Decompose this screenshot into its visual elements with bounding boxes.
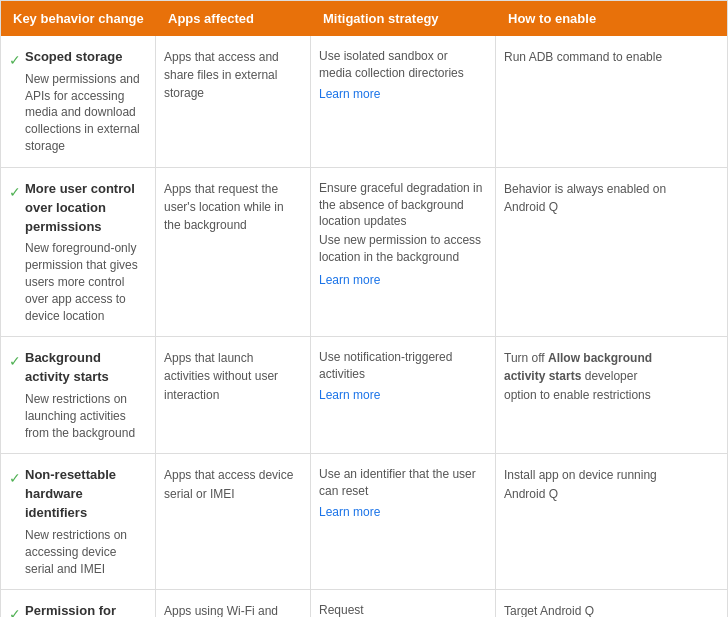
table-row: ✓ More user control over location permis… (1, 168, 727, 338)
how-to-enable-cell: Run ADB command to enable (496, 36, 681, 167)
apps-affected-text: Apps that request the user's location wh… (164, 182, 284, 232)
how-to-enable-cell: Install app on device running Android Q (496, 454, 681, 589)
check-icon: ✓ (9, 182, 21, 202)
mitigation-prefix: Request (319, 603, 364, 617)
mitigation-cell: Use notification-triggered activities Le… (311, 337, 496, 453)
mitigation-text: Use an identifier that the user can rese… (319, 466, 483, 500)
key-desc: New restrictions on accessing device ser… (25, 527, 143, 577)
table-row: ✓ Non-resettable hardware identifiers Ne… (1, 454, 727, 590)
learn-more-link[interactable]: Learn more (319, 387, 380, 404)
learn-more-link[interactable]: Learn more (319, 272, 380, 289)
how-to-enable-cell: Behavior is always enabled on Android Q (496, 168, 681, 337)
key-behavior-cell: ✓ Non-resettable hardware identifiers Ne… (1, 454, 156, 589)
learn-more-link[interactable]: Learn more (319, 504, 380, 521)
key-title: Background activity starts (25, 349, 143, 387)
key-behavior-cell: ✓ More user control over location permis… (1, 168, 156, 337)
key-content: Permission for wireless scanning Access … (25, 602, 143, 617)
how-to-enable-text: Target Android Q (504, 604, 594, 617)
table-row: ✓ Permission for wireless scanning Acces… (1, 590, 727, 617)
apps-affected-cell: Apps that access device serial or IMEI (156, 454, 311, 589)
mitigation-cell: Ensure graceful degradation in the absen… (311, 168, 496, 337)
how-to-enable-cell: Turn off Allow background activity start… (496, 337, 681, 453)
how-to-enable-text: Behavior is always enabled on Android Q (504, 182, 666, 214)
key-behavior-cell: ✓ Permission for wireless scanning Acces… (1, 590, 156, 617)
apps-affected-cell: Apps that access and share files in exte… (156, 36, 311, 167)
apps-affected-cell: Apps using Wi-Fi and Bluetooth APIs (156, 590, 311, 617)
header-mitigation: Mitigation strategy (311, 1, 496, 36)
apps-affected-cell: Apps that launch activities without user… (156, 337, 311, 453)
key-title: Permission for wireless scanning (25, 602, 143, 617)
key-desc: New permissions and APIs for accessing m… (25, 71, 143, 155)
key-behavior-cell: ✓ Background activity starts New restric… (1, 337, 156, 453)
mitigation-line-2: Use new permission to access location in… (319, 232, 483, 266)
check-icon: ✓ (9, 50, 21, 70)
mitigation-cell: Use an identifier that the user can rese… (311, 454, 496, 589)
apps-affected-cell: Apps that request the user's location wh… (156, 168, 311, 337)
apps-affected-text: Apps that launch activities without user… (164, 351, 278, 401)
key-title: More user control over location permissi… (25, 180, 143, 237)
mitigation-line-1: Ensure graceful degradation in the absen… (319, 180, 483, 230)
check-icon: ✓ (9, 604, 21, 617)
key-content: Non-resettable hardware identifiers New … (25, 466, 143, 577)
apps-affected-text: Apps using Wi-Fi and Bluetooth APIs (164, 604, 278, 617)
how-to-enable-text: Install app on device running Android Q (504, 468, 657, 500)
key-title: Scoped storage (25, 48, 143, 67)
table-header: Key behavior change Apps affected Mitiga… (1, 1, 727, 36)
apps-affected-text: Apps that access device serial or IMEI (164, 468, 293, 500)
mitigation-text: Use isolated sandbox or media collection… (319, 48, 483, 82)
header-how-to-enable: How to enable (496, 1, 681, 36)
key-desc: New restrictions on launching activities… (25, 391, 143, 441)
key-title: Non-resettable hardware identifiers (25, 466, 143, 523)
key-content: Scoped storage New permissions and APIs … (25, 48, 143, 155)
header-apps-affected: Apps affected (156, 1, 311, 36)
key-content: Background activity starts New restricti… (25, 349, 143, 441)
table-row: ✓ Background activity starts New restric… (1, 337, 727, 454)
key-content: More user control over location permissi… (25, 180, 143, 325)
how-to-enable-cell: Target Android Q (496, 590, 681, 617)
apps-affected-text: Apps that access and share files in exte… (164, 50, 279, 100)
mitigation-text: Ensure graceful degradation in the absen… (319, 180, 483, 266)
behavior-changes-table: Key behavior change Apps affected Mitiga… (0, 0, 728, 617)
check-icon: ✓ (9, 351, 21, 371)
mitigation-text: Use notification-triggered activities (319, 349, 483, 383)
mitigation-cell: Use isolated sandbox or media collection… (311, 36, 496, 167)
mitigation-cell: Request ACCESS_FINE_LOCATION permission … (311, 590, 496, 617)
how-to-enable-text: Turn off Allow background activity start… (504, 351, 652, 401)
table-body: ✓ Scoped storage New permissions and API… (1, 36, 727, 617)
key-desc: New foreground-only permission that give… (25, 240, 143, 324)
learn-more-link[interactable]: Learn more (319, 86, 380, 103)
table-row: ✓ Scoped storage New permissions and API… (1, 36, 727, 168)
mitigation-text: Request ACCESS_FINE_LOCATION permission … (319, 602, 483, 617)
check-icon: ✓ (9, 468, 21, 488)
how-to-enable-text: Run ADB command to enable (504, 50, 662, 64)
header-key-behavior: Key behavior change (1, 1, 156, 36)
key-behavior-cell: ✓ Scoped storage New permissions and API… (1, 36, 156, 167)
